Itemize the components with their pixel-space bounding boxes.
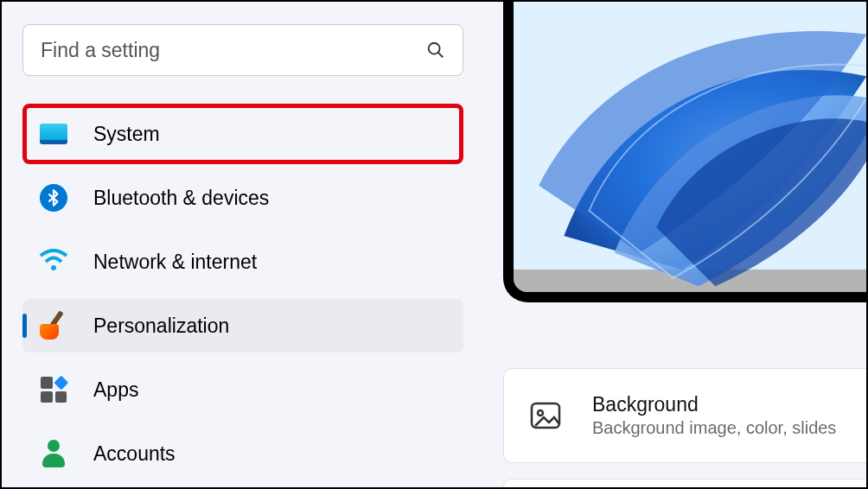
sidebar-item-label: Accounts bbox=[93, 442, 176, 466]
sidebar-item-personalization[interactable]: Personalization bbox=[22, 299, 463, 352]
sidebar-item-label: Personalization bbox=[93, 314, 229, 338]
sidebar-item-bluetooth[interactable]: Bluetooth & devices bbox=[22, 171, 463, 225]
search-box[interactable] bbox=[22, 24, 463, 76]
picture-icon bbox=[528, 398, 563, 433]
background-setting-card[interactable]: Background Background image, color, slid… bbox=[503, 368, 868, 463]
svg-line-1 bbox=[438, 53, 444, 58]
svg-point-6 bbox=[538, 410, 543, 416]
system-icon bbox=[38, 118, 69, 149]
account-icon bbox=[38, 438, 69, 469]
wifi-icon bbox=[38, 246, 69, 277]
settings-sidebar: System Bluetooth & devices bbox=[22, 24, 463, 489]
desktop-preview bbox=[503, 2, 868, 302]
search-input[interactable] bbox=[41, 39, 426, 62]
next-card-peek[interactable] bbox=[503, 479, 868, 489]
sidebar-item-accounts[interactable]: Accounts bbox=[22, 427, 463, 480]
apps-icon bbox=[38, 374, 69, 405]
card-subtitle: Background image, color, slides bbox=[592, 418, 836, 438]
sidebar-item-label: Bluetooth & devices bbox=[93, 187, 269, 210]
sidebar-item-network[interactable]: Network & internet bbox=[22, 235, 463, 289]
svg-point-0 bbox=[429, 43, 440, 54]
card-title: Background bbox=[592, 393, 836, 416]
sidebar-item-apps[interactable]: Apps bbox=[22, 363, 463, 416]
nav-list: System Bluetooth & devices bbox=[22, 104, 463, 480]
bluetooth-icon bbox=[38, 182, 69, 213]
sidebar-item-system[interactable]: System bbox=[22, 104, 463, 164]
sidebar-item-label: System bbox=[93, 123, 160, 146]
windows-bloom-wallpaper bbox=[514, 2, 868, 292]
svg-point-2 bbox=[51, 265, 56, 270]
paintbrush-icon bbox=[38, 310, 69, 341]
sidebar-item-label: Apps bbox=[93, 378, 138, 402]
search-icon bbox=[426, 41, 445, 60]
card-text: Background Background image, color, slid… bbox=[592, 393, 836, 438]
sidebar-item-label: Network & internet bbox=[93, 251, 257, 274]
